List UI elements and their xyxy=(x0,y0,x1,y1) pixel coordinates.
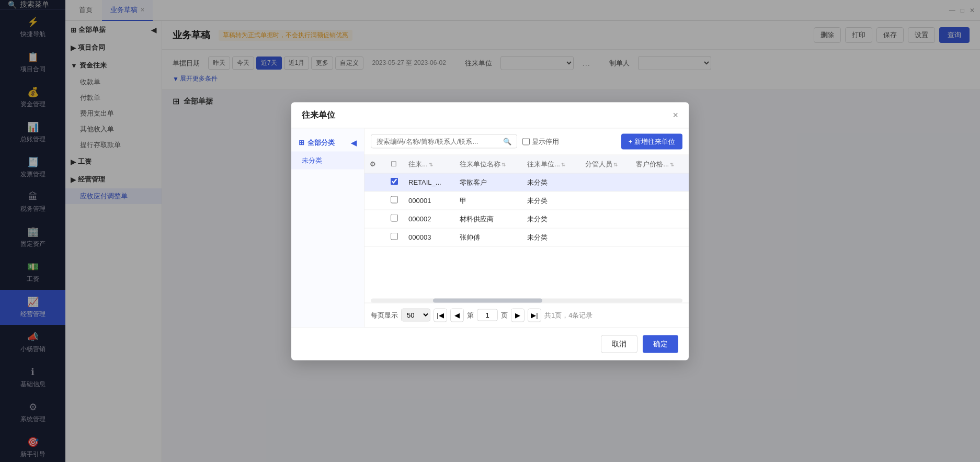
scroll-thumb[interactable] xyxy=(433,298,542,302)
search-input[interactable] xyxy=(377,138,500,145)
row-category: 未分类 xyxy=(522,228,580,246)
th-settings: ⚙ xyxy=(364,155,385,173)
th-code[interactable]: 往来...⇅ xyxy=(403,155,454,173)
search-box: 🔍 xyxy=(371,134,517,149)
row-check-3[interactable] xyxy=(391,215,398,222)
show-disabled-label[interactable]: 显示停用 xyxy=(522,137,559,146)
row-manager xyxy=(580,191,631,210)
row-manager xyxy=(580,210,631,228)
row-settings xyxy=(364,173,385,191)
modal-table: ⚙ ☐ 往来...⇅ 往来单位名称⇅ 往来单位...⇅ 分管人员⇅ 客户价格..… xyxy=(364,155,689,246)
row-checkbox[interactable] xyxy=(385,228,403,246)
page-total: 共1页，4条记录 xyxy=(544,310,592,320)
table-scroll-area: ⚙ ☐ 往来...⇅ 往来单位名称⇅ 往来单位...⇅ 分管人员⇅ 客户价格..… xyxy=(364,155,689,298)
first-page-button[interactable]: |◀ xyxy=(434,308,447,322)
row-num: 000002 xyxy=(403,210,454,228)
row-checkbox[interactable] xyxy=(385,191,403,210)
row-price xyxy=(631,191,689,210)
grid-icon3: ⊞ xyxy=(299,139,304,147)
all-category-item[interactable]: ⊞ 全部分类 ◀ xyxy=(291,133,364,151)
th-checkbox: ☐ xyxy=(385,155,403,173)
category-unclassified[interactable]: 未分类 xyxy=(291,151,364,169)
row-price xyxy=(631,173,689,191)
table-row[interactable]: 000001 甲 未分类 xyxy=(364,191,689,210)
modal-body: ⊞ 全部分类 ◀ 未分类 🔍 显示停用 + 新增往来单位 xyxy=(291,128,689,327)
row-num: 000001 xyxy=(403,191,454,210)
row-num: 000003 xyxy=(403,228,454,246)
row-settings xyxy=(364,228,385,246)
row-checkbox[interactable] xyxy=(385,173,403,191)
th-price[interactable]: 客户价格...⇅ xyxy=(631,155,689,173)
modal-close-button[interactable]: × xyxy=(673,109,678,120)
table-row[interactable]: 000003 张帅傅 未分类 xyxy=(364,228,689,246)
th-category[interactable]: 往来单位...⇅ xyxy=(522,155,580,173)
per-page-label: 每页显示 xyxy=(371,310,398,320)
page-num-label: 第 xyxy=(467,310,474,320)
add-unit-button[interactable]: + 新增往来单位 xyxy=(621,133,682,149)
th-manager[interactable]: 分管人员⇅ xyxy=(580,155,631,173)
row-num: RETAIL_... xyxy=(403,173,454,191)
table-row[interactable]: 000002 材料供应商 未分类 xyxy=(364,210,689,228)
table-row[interactable]: RETAIL_... 零散客户 未分类 xyxy=(364,173,689,191)
row-checkbox[interactable] xyxy=(385,210,403,228)
cancel-button[interactable]: 取消 xyxy=(601,335,637,353)
row-price xyxy=(631,210,689,228)
next-page-button[interactable]: ▶ xyxy=(511,308,525,322)
row-name: 材料供应商 xyxy=(454,210,522,228)
row-name: 张帅傅 xyxy=(454,228,522,246)
modal-footer: 取消 确定 xyxy=(291,327,689,360)
show-disabled-checkbox[interactable] xyxy=(522,138,530,145)
table-header-row: ⚙ ☐ 往来...⇅ 往来单位名称⇅ 往来单位...⇅ 分管人员⇅ 客户价格..… xyxy=(364,155,689,173)
row-category: 未分类 xyxy=(522,191,580,210)
per-page-select[interactable]: 50 100 200 xyxy=(401,309,430,322)
pagination: 每页显示 50 100 200 |◀ ◀ 第 页 ▶ ▶| 共1页，4条记录 xyxy=(364,302,689,327)
row-check-1[interactable] xyxy=(391,178,398,185)
row-manager xyxy=(580,173,631,191)
row-check-4[interactable] xyxy=(391,233,398,240)
horizontal-scrollbar[interactable] xyxy=(371,298,682,302)
confirm-button[interactable]: 确定 xyxy=(643,335,678,353)
prev-page-button[interactable]: ◀ xyxy=(450,308,464,322)
modal-dialog: 往来单位 × ⊞ 全部分类 ◀ 未分类 🔍 显示停用 xyxy=(291,102,689,360)
row-category: 未分类 xyxy=(522,210,580,228)
row-category: 未分类 xyxy=(522,173,580,191)
category-panel: ⊞ 全部分类 ◀ 未分类 xyxy=(291,128,364,327)
row-name: 甲 xyxy=(454,191,522,210)
th-name[interactable]: 往来单位名称⇅ xyxy=(454,155,522,173)
modal-content-panel: 🔍 显示停用 + 新增往来单位 ⚙ ☐ 往来...⇅ 往来单位名称 xyxy=(364,128,689,327)
row-name: 零散客户 xyxy=(454,173,522,191)
modal-header: 往来单位 × xyxy=(291,102,689,128)
row-manager xyxy=(580,228,631,246)
page-input[interactable] xyxy=(477,309,498,321)
last-page-button[interactable]: ▶| xyxy=(528,308,541,322)
row-check-2[interactable] xyxy=(391,196,398,204)
row-settings xyxy=(364,191,385,210)
modal-title: 往来单位 xyxy=(302,109,335,120)
row-settings xyxy=(364,210,385,228)
row-price xyxy=(631,228,689,246)
search-icon2: 🔍 xyxy=(503,138,511,145)
panel-collapse-icon[interactable]: ◀ xyxy=(351,138,357,147)
page-unit: 页 xyxy=(501,310,508,320)
modal-toolbar: 🔍 显示停用 + 新增往来单位 xyxy=(364,128,689,155)
